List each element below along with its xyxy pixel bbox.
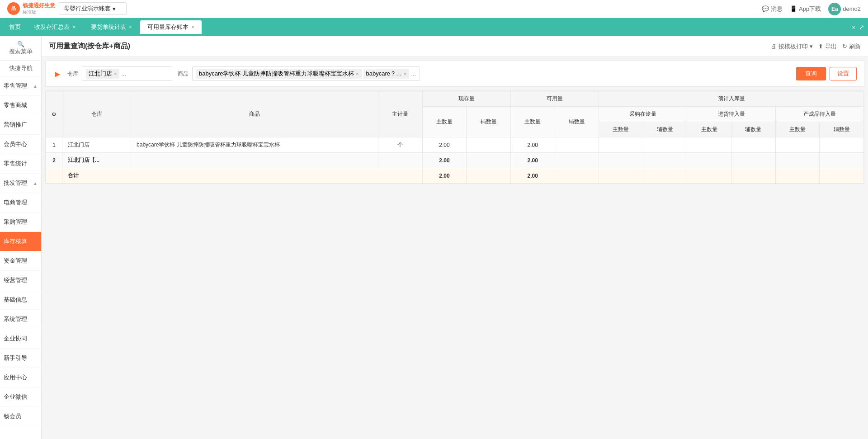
sidebar-label: 企业协同 xyxy=(4,335,27,343)
tab-close-active-icon[interactable]: × xyxy=(191,24,194,30)
avatar: Ea xyxy=(828,3,841,15)
main-layout: 🔍 搜索菜单 快捷导航 零售管理 ▲ 零售商城 营销推广 会员中心 零售统计 批… xyxy=(0,36,868,439)
tab-可用量库存账本[interactable]: 可用量库存账本 × xyxy=(140,20,202,34)
planned-inbound-header: 预计入库量 xyxy=(599,91,864,107)
product-input[interactable]: babycare学饮杯 儿童防摔防撞吸管杯重力球吸嘴杯宝宝水杯 × babyca… xyxy=(192,66,420,81)
production-aux-header: 辅数量 xyxy=(820,122,864,137)
export-button[interactable]: ⬆ 导出 xyxy=(818,42,837,51)
sidebar-item-新手引导[interactable]: 新手引导 xyxy=(0,349,41,368)
product-tag-2: babycare？… × xyxy=(363,69,410,79)
total-avail-aux xyxy=(555,168,599,184)
setting-button[interactable]: 设置 xyxy=(830,67,857,80)
sidebar-item-系统管理[interactable]: 系统管理 xyxy=(0,310,41,329)
sidebar-item-基础信息[interactable]: 基础信息 xyxy=(0,290,41,310)
content-area: 可用量查询(按仓库+商品) 🖨 按模板打印 ▾ ⬆ 导出 ↻ 刷新 ▶ xyxy=(42,36,868,439)
sidebar-item-库存核算[interactable]: 库存核算 xyxy=(0,232,41,251)
export-icon: ⬆ xyxy=(818,43,823,50)
industry-selector[interactable]: 母婴行业演示账套 ▾ xyxy=(59,2,127,15)
warehouse-filter: 仓库 江北门店 × ... xyxy=(67,66,172,81)
header-left: 品 畅捷通好生意 标准版 母婴行业演示账套 ▾ xyxy=(7,2,127,15)
sidebar-label: 零售商城 xyxy=(4,101,27,109)
product-tag-1: babycare学饮杯 儿童防摔防撞吸管杯重力球吸嘴杯宝宝水杯 × xyxy=(196,69,362,79)
page-header: 可用量查询(按仓库+商品) 🖨 按模板打印 ▾ ⬆ 导出 ↻ 刷新 xyxy=(42,36,868,57)
message-button[interactable]: 💬 消息 xyxy=(762,5,783,13)
available-header: 可用量 xyxy=(510,91,599,107)
sidebar-item-应用中心[interactable]: 应用中心 xyxy=(0,368,41,387)
tab-close-icon[interactable]: × xyxy=(72,24,75,30)
stock-main-cell: 2.00 xyxy=(422,153,467,168)
tab-close-icon[interactable]: × xyxy=(129,24,132,30)
sidebar-search[interactable]: 🔍 搜索菜单 xyxy=(0,36,41,61)
warehouse-tag-close[interactable]: × xyxy=(114,71,117,76)
tab-label: 收发存汇总表 xyxy=(34,23,70,31)
sidebar-item-零售管理[interactable]: 零售管理 ▲ xyxy=(0,76,41,96)
sidebar-label: 系统管理 xyxy=(4,315,27,323)
sidebar-item-畅会员[interactable]: 畅会员 xyxy=(0,407,41,426)
total-label: 合计 xyxy=(62,168,423,184)
settings-header[interactable]: ⚙ xyxy=(46,91,62,137)
product-tag-2-close[interactable]: × xyxy=(404,71,406,76)
product-tag-1-close[interactable]: × xyxy=(356,71,359,76)
sidebar-label: 营销推广 xyxy=(4,121,27,129)
total-avail-main: 2.00 xyxy=(510,168,555,184)
sidebar-item-零售统计[interactable]: 零售统计 xyxy=(0,154,41,174)
production-aux-cell xyxy=(820,153,864,168)
avail-main-header: 主数量 xyxy=(510,107,555,137)
warehouse-tag-label: 江北门店 xyxy=(89,70,112,78)
stock-aux-header: 辅数量 xyxy=(467,107,511,137)
maximize-button[interactable]: ⤢ xyxy=(859,24,864,31)
tab-要货单统计表[interactable]: 要货单统计表 × xyxy=(84,20,139,34)
purchase-main-cell xyxy=(599,153,643,168)
refresh-icon: ↻ xyxy=(842,43,847,50)
username: demo2 xyxy=(843,5,861,12)
filter-expand-button[interactable]: ▶ xyxy=(53,68,62,80)
purchase-aux-header: 辅数量 xyxy=(643,122,687,137)
message-label: 消息 xyxy=(771,5,783,13)
sidebar-item-电商管理[interactable]: 电商管理 xyxy=(0,193,41,212)
product-more-icon[interactable]: ... xyxy=(411,71,416,77)
row-num: 2 xyxy=(46,153,62,168)
total-stock-aux xyxy=(467,168,511,184)
table-body: 1 江北门店 babycare学饮杯 儿童防摔防撞吸管杯重力球吸嘴杯宝宝水杯 个… xyxy=(46,137,864,168)
tab-收发存汇总表[interactable]: 收发存汇总表 × xyxy=(27,20,83,34)
sidebar-item-零售商城[interactable]: 零售商城 xyxy=(0,96,41,115)
total-row: 合计 2.00 2.00 xyxy=(46,168,864,184)
page-title: 可用量查询(按仓库+商品) xyxy=(49,42,130,51)
sidebar-item-资金管理[interactable]: 资金管理 xyxy=(0,251,41,271)
template-print-button[interactable]: 🖨 按模板打印 ▾ xyxy=(771,42,813,51)
app-download-button[interactable]: 📱 App下载 xyxy=(790,5,821,13)
sidebar-quick-nav[interactable]: 快捷导航 xyxy=(0,61,41,76)
unit-cell xyxy=(378,153,423,168)
sidebar-item-企业协同[interactable]: 企业协同 xyxy=(0,329,41,349)
refresh-button[interactable]: ↻ 刷新 xyxy=(842,42,861,51)
stock-aux-cell xyxy=(467,153,511,168)
sidebar-item-营销推广[interactable]: 营销推广 xyxy=(0,115,41,135)
warehouse-more-icon[interactable]: ... xyxy=(121,71,126,77)
sidebar-label: 资金管理 xyxy=(4,257,27,265)
purchase-aux-cell xyxy=(643,153,687,168)
avail-main-cell: 2.00 xyxy=(510,137,555,153)
total-production-main xyxy=(775,168,820,184)
sidebar-item-采购管理[interactable]: 采购管理 xyxy=(0,212,41,232)
warehouse-input[interactable]: 江北门店 × ... xyxy=(82,66,172,81)
close-all-button[interactable]: × xyxy=(852,24,855,31)
app-label: App下载 xyxy=(799,5,821,13)
industry-label: 母婴行业演示账套 xyxy=(64,5,111,13)
sidebar-item-企业微信[interactable]: 企业微信 xyxy=(0,387,41,407)
top-header: 品 畅捷通好生意 标准版 母婴行业演示账套 ▾ 💬 消息 📱 App下载 Ea … xyxy=(0,0,868,18)
sidebar-item-批发管理[interactable]: 批发管理 ▲ xyxy=(0,174,41,193)
sidebar-item-经营管理[interactable]: 经营管理 xyxy=(0,271,41,290)
purchase-main-header: 主数量 xyxy=(599,122,643,137)
user-profile[interactable]: Ea demo2 xyxy=(828,3,861,15)
tab-home[interactable]: 首页 xyxy=(4,20,26,34)
sidebar-item-会员中心[interactable]: 会员中心 xyxy=(0,135,41,154)
sidebar-label: 库存核算 xyxy=(4,237,27,245)
sidebar-label: 畅会员 xyxy=(4,412,21,420)
message-icon: 💬 xyxy=(762,5,769,12)
production-main-cell xyxy=(775,153,820,168)
nav-controls: × ⤢ xyxy=(852,24,864,31)
sidebar-label: 批发管理 xyxy=(4,179,27,187)
table-footer: 合计 2.00 2.00 xyxy=(46,168,864,184)
query-button[interactable]: 查询 xyxy=(796,67,826,80)
table-row: 1 江北门店 babycare学饮杯 儿童防摔防撞吸管杯重力球吸嘴杯宝宝水杯 个… xyxy=(46,137,864,153)
